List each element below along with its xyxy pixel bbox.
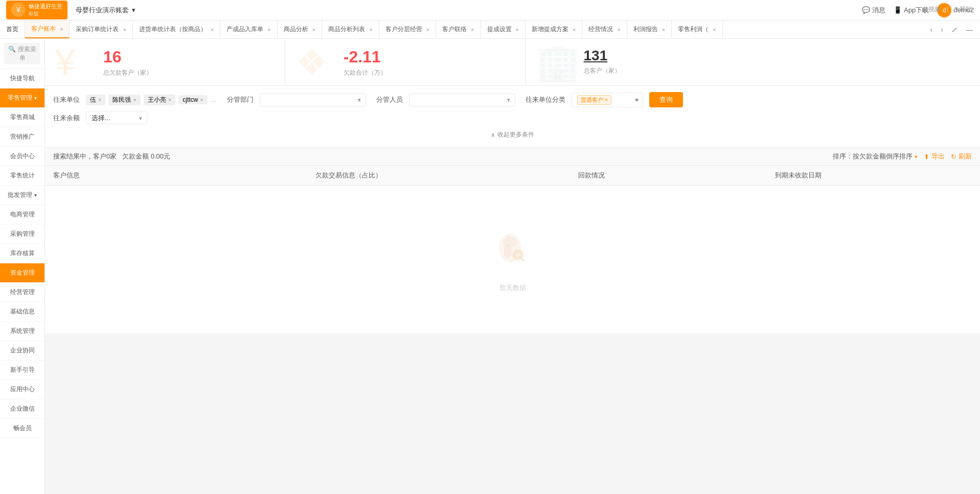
dept-more-icon: … bbox=[356, 97, 362, 103]
tab-customer-contact[interactable]: 客户联络 × bbox=[436, 20, 481, 38]
balance-select[interactable]: 选择... bbox=[86, 111, 147, 124]
tab-close-cust-contact[interactable]: × bbox=[471, 27, 474, 33]
sidebar-search-area[interactable]: 🔍 搜索菜单 bbox=[0, 39, 44, 69]
balance-select-wrap: 选择... bbox=[86, 111, 147, 124]
result-actions: 排序：按欠款金额倒序排序 ▾ ⬆ 导出 ↻ 刷新 bbox=[833, 152, 972, 161]
sidebar-item-new-guide[interactable]: 新手引导 bbox=[0, 361, 44, 380]
tag-close-cjttcw[interactable]: × bbox=[200, 97, 203, 103]
content-area: ▶ 视频 | ? 帮助 ¥ 16 总欠款客户（家） ❖ -2.11 bbox=[45, 39, 980, 494]
org-dropdown-icon: ▾ bbox=[132, 6, 135, 14]
tab-close-promotion[interactable]: × bbox=[516, 27, 519, 33]
sidebar-item-enterprise-coop[interactable]: 企业协同 bbox=[0, 341, 44, 361]
stat-debt-customers: ¥ 16 总欠款客户（家） bbox=[45, 39, 285, 85]
tab-business-status[interactable]: 经营情况 × bbox=[582, 20, 627, 38]
sidebar-item-retail-mall[interactable]: 零售商城 bbox=[0, 108, 44, 127]
tab-home[interactable]: 首页 bbox=[0, 20, 25, 38]
tab-expand[interactable]: ⤢ bbox=[948, 25, 961, 35]
sidebar-item-fast-nav[interactable]: 快捷导航 bbox=[0, 69, 44, 88]
org-selector[interactable]: 母婴行业演示账套 ▾ bbox=[76, 6, 135, 15]
sidebar-item-wholesale[interactable]: 批发管理 ▾ bbox=[0, 186, 44, 205]
tag-close-wu[interactable]: × bbox=[98, 97, 101, 103]
export-button[interactable]: ⬆ 导出 bbox=[924, 152, 945, 161]
sidebar-item-vip-member[interactable]: 畅会员 bbox=[0, 419, 44, 438]
empty-text: 暂无数据 bbox=[499, 283, 526, 293]
unit-label: 往来单位 bbox=[53, 95, 80, 104]
tab-goods-list[interactable]: 商品分析列表 × bbox=[322, 20, 379, 38]
tab-close-retail[interactable]: × bbox=[713, 27, 716, 33]
tab-customer-book[interactable]: 客户账本 × bbox=[25, 20, 70, 38]
tab-promotion-settings[interactable]: 提成设置 × bbox=[481, 20, 526, 38]
top-bar: ¥ 畅捷通好生意 标版 母婴行业演示账套 ▾ 💬 消息 📱 App下载 d de… bbox=[0, 0, 980, 20]
sidebar-item-marketing[interactable]: 营销推广 bbox=[0, 127, 44, 147]
refresh-icon: ↻ bbox=[951, 153, 956, 161]
refresh-button[interactable]: ↻ 刷新 bbox=[951, 152, 972, 161]
retail-mgmt-arrow: ▾ bbox=[34, 95, 37, 101]
table-container: 客户信息 欠款交易信息（占比） 回款情况 到期未收款日期 bbox=[45, 166, 980, 333]
tag-close-chen[interactable]: × bbox=[133, 97, 136, 103]
filter-more-tags[interactable]: … bbox=[211, 96, 217, 103]
unit-tag-chen: 陈民强 × bbox=[108, 95, 140, 105]
sidebar-item-purchase[interactable]: 采购管理 bbox=[0, 224, 44, 244]
sidebar-item-finance[interactable]: 资金管理 bbox=[0, 263, 44, 283]
tab-close-stock[interactable]: × bbox=[211, 27, 214, 33]
tab-minimize[interactable]: — bbox=[963, 25, 976, 35]
sidebar-item-system[interactable]: 系统管理 bbox=[0, 322, 44, 341]
tab-customer-level[interactable]: 客户分层经营 × bbox=[379, 20, 436, 38]
debt-amount-value: -2.11 bbox=[344, 47, 381, 66]
dept-label: 分管部门 bbox=[227, 95, 254, 104]
dept-input[interactable] bbox=[260, 94, 366, 106]
tab-close-profit[interactable]: × bbox=[662, 27, 665, 33]
tab-close-purchase[interactable]: × bbox=[123, 27, 126, 33]
tab-close-goods-list[interactable]: × bbox=[369, 27, 372, 33]
tab-close-new-promo[interactable]: × bbox=[573, 27, 576, 33]
tab-new-promotion[interactable]: 新增提成方案 × bbox=[526, 20, 582, 38]
tab-close-cust-level[interactable]: × bbox=[426, 27, 429, 33]
tab-close-goods[interactable]: × bbox=[312, 27, 315, 33]
sidebar-item-app-center[interactable]: 应用中心 bbox=[0, 380, 44, 399]
result-bar: 搜索结果中，客户0家 欠款金额 0.00元 排序：按欠款金额倒序排序 ▾ ⬆ 导… bbox=[45, 148, 980, 166]
sidebar-item-operation[interactable]: 经营管理 bbox=[0, 283, 44, 302]
sidebar-item-enterprise-wechat[interactable]: 企业微信 bbox=[0, 399, 44, 419]
tab-close-product[interactable]: × bbox=[267, 27, 270, 33]
stat-debt-amount: ❖ -2.11 欠款合计（万） bbox=[285, 39, 526, 85]
query-button[interactable]: 查询 bbox=[649, 92, 683, 107]
tab-retail-profit[interactable]: 零售利润（ × bbox=[672, 20, 722, 38]
collapse-button[interactable]: ∧ 收起更多条件 bbox=[53, 128, 972, 141]
table-header: 客户信息 欠款交易信息（占比） 回款情况 到期未收款日期 bbox=[45, 166, 980, 186]
tab-scroll-right[interactable]: › bbox=[938, 25, 946, 35]
logo-text: 畅捷通好生意 bbox=[29, 3, 62, 10]
tab-purchase-order[interactable]: 采购订单统计表 × bbox=[70, 20, 132, 38]
logo-icon: ¥ bbox=[11, 3, 26, 17]
tab-close-biz[interactable]: × bbox=[617, 27, 620, 33]
tab-stock-stat[interactable]: 进货单统计表（按商品） × bbox=[133, 20, 220, 38]
sidebar: 🔍 搜索菜单 快捷导航 零售管理 ▾ 零售商城 营销推广 会员中心 零售统计 批… bbox=[0, 39, 45, 494]
empty-icon bbox=[492, 227, 533, 277]
total-customers-value: 131 bbox=[584, 47, 968, 64]
stat-total-customers: 🏢 131 总客户（家） bbox=[526, 39, 981, 85]
sidebar-item-inventory[interactable]: 库存核算 bbox=[0, 244, 44, 263]
messages-btn[interactable]: 💬 消息 bbox=[862, 6, 885, 15]
download-icon: 📱 bbox=[894, 6, 902, 14]
balance-label: 往来余额 bbox=[53, 114, 80, 123]
sidebar-item-basic-info[interactable]: 基础信息 bbox=[0, 302, 44, 322]
sidebar-item-retail-stats[interactable]: 零售统计 bbox=[0, 166, 44, 186]
sidebar-item-retail-mgmt[interactable]: 零售管理 ▾ bbox=[0, 88, 44, 108]
col-debt-info: 欠款交易信息（占比） bbox=[315, 171, 578, 180]
sidebar-item-member[interactable]: 会员中心 bbox=[0, 147, 44, 166]
empty-state: 暂无数据 bbox=[45, 186, 980, 333]
sidebar-search-box[interactable]: 🔍 搜索菜单 bbox=[4, 43, 40, 64]
tab-profit-report[interactable]: 利润报告 × bbox=[627, 20, 672, 38]
logo-sub: 标版 bbox=[29, 10, 62, 17]
dept-select-wrap: … bbox=[260, 94, 366, 106]
tab-scroll-left[interactable]: ‹ bbox=[927, 25, 936, 35]
svg-point-5 bbox=[504, 244, 512, 258]
sidebar-item-ecommerce[interactable]: 电商管理 bbox=[0, 205, 44, 224]
tab-close-customer-book[interactable]: × bbox=[60, 26, 63, 32]
collapse-icon: ∧ bbox=[491, 131, 495, 139]
tab-goods-analysis[interactable]: 商品分析 × bbox=[278, 20, 322, 38]
sort-control[interactable]: 排序：按欠款金额倒序排序 ▾ bbox=[833, 152, 918, 161]
person-input[interactable] bbox=[409, 94, 515, 106]
tag-close-wang[interactable]: × bbox=[168, 97, 171, 103]
unit-tag-cjttcw: cjttcw × bbox=[178, 95, 207, 104]
tab-product-instock[interactable]: 产成品入库单 × bbox=[220, 20, 277, 38]
